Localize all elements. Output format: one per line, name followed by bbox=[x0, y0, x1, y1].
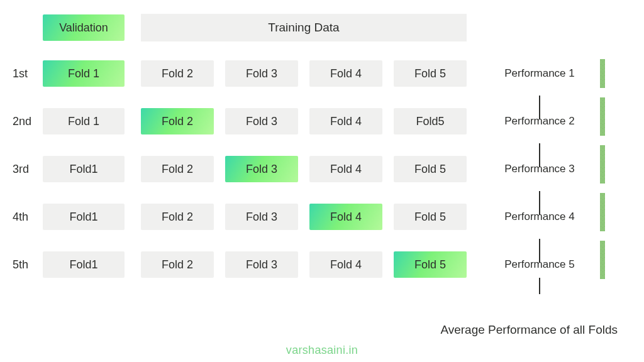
fold-cell: Fold 5 bbox=[394, 60, 467, 87]
iteration-label: 5th bbox=[11, 258, 43, 272]
fold-cell: Fold 3 bbox=[225, 60, 298, 87]
fold-cell: Fold 3 bbox=[225, 251, 298, 278]
fold-cell: Fold5 bbox=[394, 108, 467, 134]
legend-training: Training Data bbox=[141, 14, 467, 41]
fold-cell: Fold 4 bbox=[309, 251, 382, 278]
summary-text: Average Performance of all Folds bbox=[440, 323, 618, 337]
fold-cell: Fold 1 bbox=[43, 60, 125, 87]
iteration-label: 1st bbox=[11, 67, 43, 80]
fold-cell: Fold 4 bbox=[309, 204, 382, 230]
fold-cell: Fold 5 bbox=[394, 204, 467, 230]
fold-cell: Fold 2 bbox=[141, 156, 214, 182]
fold-cell: Fold 4 bbox=[309, 108, 382, 134]
header-row: Validation Training Data bbox=[11, 13, 633, 43]
connector-line bbox=[539, 96, 540, 119]
bracket-segment bbox=[600, 59, 605, 88]
fold-cell: Fold1 bbox=[43, 156, 125, 182]
fold-cell: Fold 3 bbox=[225, 108, 298, 134]
fold-cell: Fold 3 bbox=[225, 156, 298, 182]
iteration-label: 3rd bbox=[11, 163, 43, 176]
bracket-segment bbox=[600, 145, 605, 164]
fold-cell: Fold 2 bbox=[141, 108, 214, 134]
iteration-row-1: 1st Fold 1 Fold 2 Fold 3 Fold 4 Fold 5 P… bbox=[11, 59, 633, 88]
fold-cell: Fold 2 bbox=[141, 60, 214, 87]
credit-text: varshasaini.in bbox=[286, 344, 358, 357]
connector-line bbox=[539, 191, 540, 215]
fold-cell: Fold 4 bbox=[309, 60, 382, 87]
bracket-segment bbox=[600, 193, 605, 212]
fold-cell: Fold 2 bbox=[141, 251, 214, 278]
connector-line bbox=[539, 239, 540, 263]
performance-label: Performance 1 bbox=[489, 67, 590, 80]
fold-cell: Fold 4 bbox=[309, 156, 382, 182]
iteration-label: 2nd bbox=[11, 115, 43, 128]
legend-validation: Validation bbox=[43, 14, 125, 41]
bracket-segment bbox=[600, 241, 605, 260]
connector-line bbox=[539, 143, 540, 167]
connector-line bbox=[539, 278, 540, 294]
fold-cell: Fold1 bbox=[43, 251, 125, 278]
fold-cell: Fold 2 bbox=[141, 204, 214, 230]
iteration-label: 4th bbox=[11, 211, 43, 224]
bracket-segment bbox=[600, 97, 605, 116]
fold-cell: Fold 3 bbox=[225, 204, 298, 230]
fold-cell: Fold 1 bbox=[43, 108, 125, 134]
fold-cell: Fold 5 bbox=[394, 251, 467, 278]
fold-cell: Fold 5 bbox=[394, 156, 467, 182]
fold-cell: Fold1 bbox=[43, 204, 125, 230]
